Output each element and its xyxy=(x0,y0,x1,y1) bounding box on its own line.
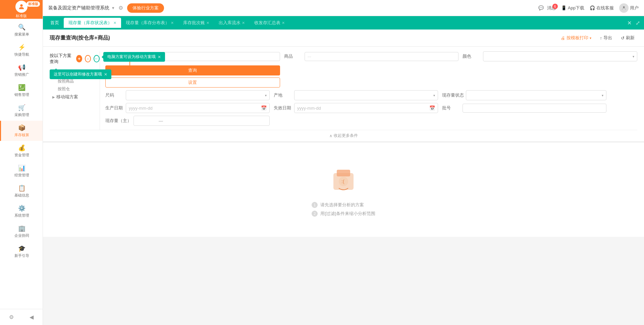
prod-date-input[interactable]: yyyy-mm-dd 📅 xyxy=(126,103,270,113)
scheme-panel: 按以下方案查询 + ○ ← 电脑方案可设为移动方案哦 ✕ xyxy=(50,51,100,130)
filter-row-3: 生产日期 yyyy-mm-dd 📅 失效日期 yyyy-mm-dd xyxy=(105,103,637,113)
tab-batch-account-close[interactable]: ✕ xyxy=(206,21,209,25)
sidebar-item-inventory[interactable]: 📦 库存核算 xyxy=(0,121,43,141)
search-reset-group: 查询 设置 xyxy=(105,65,280,88)
reset-button[interactable]: 设置 xyxy=(105,77,280,88)
tooltip-scheme-close[interactable]: ✕ xyxy=(158,55,161,59)
sidebar-item-quick-nav[interactable]: ⚡ 快捷导航 xyxy=(0,40,43,60)
sidebar-item-guide[interactable]: 🎓 新手引导 xyxy=(0,241,43,262)
range-dash: — xyxy=(159,118,163,123)
app-download-item[interactable]: 📱 App下载 xyxy=(561,5,584,11)
scheme-sub-warehouse[interactable]: 按照仓 xyxy=(50,85,100,93)
experience-button[interactable]: 体验行业方案 xyxy=(127,3,164,13)
goods-input[interactable]: ··· xyxy=(305,52,459,61)
origin-label: 产地 xyxy=(274,92,292,98)
prod-date-label: 生产日期 xyxy=(105,105,124,111)
export-btn[interactable]: ↑ 导出 xyxy=(597,34,615,42)
origin-select[interactable]: ▾ xyxy=(294,90,438,100)
field-color: 颜色 ▾ xyxy=(463,51,637,61)
template-print-btn[interactable]: 🖨 按模板打印 ▾ xyxy=(558,34,594,42)
sidebar-item-marketing-label: 营销推广 xyxy=(14,72,29,77)
avatar xyxy=(619,3,629,13)
sidebar-item-system[interactable]: ⚙️ 系统管理 xyxy=(0,201,43,221)
sidebar-item-purchase[interactable]: 🛒 采购管理 xyxy=(0,101,43,121)
origin-select-arrow-icon: ▾ xyxy=(433,94,435,97)
svg-point-1 xyxy=(623,6,625,8)
operations-icon: 📊 xyxy=(18,164,25,172)
stock-status-select[interactable]: ▾ xyxy=(466,90,606,100)
tooltip-create-text: 这里可以创建和修改方案哦 xyxy=(54,71,102,77)
sidebar-item-basic-info-label: 基础信息 xyxy=(14,193,29,198)
stock-main-max[interactable] xyxy=(165,118,185,123)
tab-collection-summary-close[interactable]: ✕ xyxy=(282,21,285,25)
purchase-icon: 🛒 xyxy=(18,104,25,111)
empty-step-1: 1 请先选择要分析的方案 xyxy=(312,202,375,208)
color-select-arrow-icon: ▾ xyxy=(633,55,634,58)
online-support-item[interactable]: 🎧 在线客服 xyxy=(590,5,614,11)
tab-inventory-dist[interactable]: 现存量（库存分布表） ✕ xyxy=(121,18,178,28)
tab-bar-right: ✕ ⤢ xyxy=(626,18,641,28)
tab-home[interactable]: 首页 xyxy=(46,18,64,28)
batch-input[interactable] xyxy=(463,104,606,113)
tab-inventory-dist-label: 现存量（库存分布表） xyxy=(126,20,169,26)
empty-steps: 1 请先选择要分析的方案 2 用[过滤]条件来缩小分析范围 xyxy=(312,202,375,217)
print-dropdown-icon: ▾ xyxy=(590,36,591,40)
tab-inout-flow[interactable]: 出入库流水 ✕ xyxy=(214,18,250,28)
color-select[interactable]: ▾ xyxy=(483,51,637,61)
stock-main-range[interactable]: — xyxy=(133,116,270,126)
sidebar-item-search[interactable]: 🔍 搜索菜单 xyxy=(0,20,43,40)
sidebar-item-marketing[interactable]: 📢 营销推广 xyxy=(0,60,43,80)
batch-label: 批号 xyxy=(442,105,461,111)
mobile-arrow-icon: ▶ xyxy=(52,95,55,99)
tab-close-all-btn[interactable]: ✕ xyxy=(626,18,633,28)
expire-date-input[interactable]: yyyy-mm-dd 📅 xyxy=(294,103,438,113)
tab-expand-btn[interactable]: ⤢ xyxy=(634,18,641,28)
tab-batch-account[interactable]: 库存批次账 ✕ xyxy=(178,18,214,28)
tab-inventory-status-close[interactable]: ✕ xyxy=(113,21,116,25)
filter-add-btn[interactable]: + xyxy=(76,55,82,62)
enterprise-icon: 🏢 xyxy=(18,225,25,232)
headset-icon: 🎧 xyxy=(590,5,595,10)
notifications-item[interactable]: 💬 6 消息 xyxy=(538,5,556,11)
expire-date-calendar-icon: 📅 xyxy=(429,105,435,111)
tab-collection-summary[interactable]: 收发存汇总表 ✕ xyxy=(250,18,289,28)
tooltip-scheme: 电脑方案可设为移动方案哦 ✕ xyxy=(103,52,165,62)
collapse-label: 收起更多条件 xyxy=(334,133,358,139)
settings-btn[interactable]: ⚙ xyxy=(8,313,15,322)
sidebar-item-basic-info[interactable]: 📋 基础信息 xyxy=(0,181,43,201)
filter-label: 按以下方案查询 xyxy=(50,53,73,65)
sidebar-item-system-label: 系统管理 xyxy=(14,213,29,218)
filter-row-2: 尺码 ▾ 产地 ▾ xyxy=(105,90,637,100)
tab-inventory-status[interactable]: 现存量（库存状况表） ✕ xyxy=(64,18,121,28)
color-label: 颜色 xyxy=(463,53,481,59)
tab-inventory-dist-close[interactable]: ✕ xyxy=(171,21,174,25)
search-button[interactable]: 查询 xyxy=(105,65,280,75)
tab-inventory-status-label: 现存量（库存状况表） xyxy=(68,20,112,26)
field-size: 尺码 ▾ xyxy=(105,90,270,100)
tooltip-create-close[interactable]: ✕ xyxy=(104,72,107,77)
refresh-btn[interactable]: ↺ 刷新 xyxy=(618,34,637,42)
expire-date-label: 失效日期 xyxy=(274,105,292,111)
goods-dots: ··· xyxy=(308,54,311,59)
empty-step-2: 2 用[过滤]条件来缩小分析范围 xyxy=(312,211,375,217)
sidebar-nav: 🔍 搜索菜单 ⚡ 快捷导航 📢 营销推广 💹 销售管理 🛒 采购管理 📦 库存核… xyxy=(0,19,43,309)
sidebar-item-sales[interactable]: 💹 销售管理 xyxy=(0,80,43,101)
sidebar: 标准版 标准版 🔍 搜索菜单 ⚡ 快捷导航 📢 营销推广 💹 销售管理 🛒 采购… xyxy=(0,0,43,325)
filter-arrow-btn[interactable]: ← xyxy=(94,55,100,62)
stock-main-min[interactable] xyxy=(137,118,157,123)
user-item[interactable]: 用户 xyxy=(619,3,639,13)
scheme-tree-mobile[interactable]: ▶ 移动端方案 xyxy=(50,93,100,101)
collapse-bar[interactable]: ∧ 收起更多条件 xyxy=(50,130,637,141)
filter-circle-btn[interactable]: ○ xyxy=(85,55,91,62)
tab-inout-flow-close[interactable]: ✕ xyxy=(242,21,245,25)
size-select[interactable]: ▾ xyxy=(126,90,270,100)
sidebar-item-operations[interactable]: 📊 经营管理 xyxy=(0,161,43,181)
system-dropdown-icon[interactable]: ▾ xyxy=(112,5,114,10)
step-2-text: 用[过滤]条件来缩小分析范围 xyxy=(320,211,375,217)
collapse-sidebar-btn[interactable]: ◀ xyxy=(28,313,35,322)
sidebar-item-finance[interactable]: 💰 资金管理 xyxy=(0,141,43,161)
gear-settings-btn[interactable]: ⚙ xyxy=(117,3,124,12)
step-2-num: 2 xyxy=(312,211,318,217)
sidebar-item-enterprise[interactable]: 🏢 企业协同 xyxy=(0,221,43,241)
sidebar-logo: 标准版 标准版 xyxy=(0,0,43,19)
